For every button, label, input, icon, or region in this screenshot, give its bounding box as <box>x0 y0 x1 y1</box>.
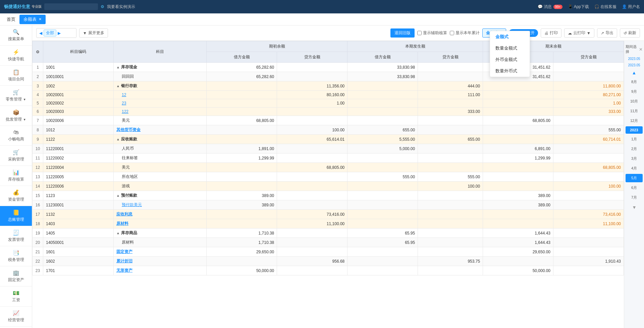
refresh-btn[interactable]: ↺ 刷新 <box>620 28 640 38</box>
row-period-debit: 555.00 <box>347 172 418 182</box>
row-account-name[interactable]: 其他货币资金 <box>113 125 206 135</box>
row-account-code: 11230001 <box>43 200 114 210</box>
period-jul[interactable]: 7月 <box>626 193 643 202</box>
row-opening-debit <box>207 210 277 219</box>
row-account-name[interactable]: 12 <box>113 91 206 99</box>
sidebar-item-expense[interactable]: 🧳 小畅报销 <box>0 327 32 328</box>
row-account-name[interactable]: 原材料 <box>113 219 206 228</box>
sidebar-item-ledger[interactable]: 📒 总账管理 <box>0 206 32 226</box>
period-up-arrow[interactable]: ▲ <box>626 69 643 76</box>
top-bar-search[interactable] <box>44 3 98 10</box>
ytd-checkbox[interactable] <box>450 31 454 35</box>
print-label: 打印 <box>550 30 558 36</box>
row-account-name[interactable]: 无形资产 <box>113 266 206 275</box>
online-service-btn[interactable]: 🎧 在线客服 <box>594 4 616 10</box>
period-sep[interactable]: 9月 <box>626 87 643 96</box>
sidebar-item-search[interactable]: 🔍 搜索菜单 <box>0 25 32 46</box>
sidebar-item-contract[interactable]: 📋 项目合同 <box>0 66 32 86</box>
content-area: ◀ 全部 ▶ ▼ 展开更多 退回旧版 显示辅助核算 显示本年累计 <box>32 25 644 328</box>
sidebar-item-retail[interactable]: 🛒 零售管理 ▼ <box>0 86 32 106</box>
col-period-change: 本期发生额 <box>347 41 483 52</box>
demo-btn[interactable]: 我要看实例演示 <box>107 4 135 10</box>
row-account-code: 10020006 <box>43 116 114 125</box>
period-apr[interactable]: 4月 <box>626 164 643 173</box>
period-feb[interactable]: 2月 <box>626 145 643 153</box>
row-closing-credit <box>553 172 624 182</box>
filter-input[interactable]: ◀ 全部 ▶ <box>36 28 76 38</box>
period-may[interactable]: 5月 <box>626 174 643 182</box>
sidebar-item-payroll[interactable]: 💵 工资 <box>0 286 32 307</box>
close-panel-icon[interactable]: ✕ <box>639 47 643 52</box>
row-num: 5 <box>33 99 43 108</box>
sidebar-item-purchase[interactable]: 🛒 采购管理 <box>0 146 32 166</box>
cloud-print-btn[interactable]: ☁ 云打印 ▼ <box>564 28 594 38</box>
period-aug[interactable]: 8月 <box>626 78 643 86</box>
row-account-name[interactable]: 23 <box>113 99 206 108</box>
row-opening-credit <box>277 172 347 182</box>
row-closing-debit <box>483 125 553 135</box>
row-opening-debit <box>207 91 277 99</box>
tab-balance-sheet[interactable]: 余额表 ✕ <box>19 15 46 24</box>
user-avatar[interactable]: 👤 用户名 <box>622 4 640 10</box>
row-account-name[interactable]: 122 <box>113 108 206 116</box>
row-opening-credit: 11,356.00 <box>277 81 347 91</box>
row-closing-credit <box>553 266 624 275</box>
row-period-debit <box>347 116 418 125</box>
return-old-btn[interactable]: 退回旧版 <box>390 28 415 38</box>
period-mar[interactable]: 3月 <box>626 154 643 163</box>
format-option-foreign-amount[interactable]: 外币金额式 <box>490 54 530 65</box>
row-closing-credit <box>553 63 624 72</box>
sidebar-item-operations[interactable]: 📈 经营管理 <box>0 307 32 327</box>
sidebar-item-wholesale[interactable]: 📦 批发管理 ▼ <box>0 106 32 126</box>
row-closing-debit: 389.00 <box>483 191 553 200</box>
row-closing-credit: 11,800.00 <box>553 81 624 91</box>
export-btn[interactable]: ↗ 导出 <box>597 28 617 38</box>
row-period-debit <box>347 99 418 108</box>
format-option-qty-amount[interactable]: 数量金额式 <box>490 43 530 54</box>
period-down-arrow[interactable]: ▾ <box>626 203 643 211</box>
row-period-debit <box>347 257 418 266</box>
sidebar-item-inventory[interactable]: 📊 库存核算 <box>0 166 32 186</box>
sidebar-item-invoice[interactable]: 🧾 发票管理 <box>0 226 32 246</box>
period-nov[interactable]: 11月 <box>626 107 643 115</box>
row-account-name[interactable]: 应收利息 <box>113 210 206 219</box>
tab-home[interactable]: 首页 <box>3 15 19 24</box>
forward-arrow[interactable]: ▶ <box>58 31 61 36</box>
sidebar-item-assets[interactable]: 🏢 固定资产 <box>0 266 32 286</box>
show-ytd-check[interactable]: 显示本年累计 <box>450 30 480 36</box>
cloud-print-icon: ☁ <box>568 31 572 36</box>
row-account-name[interactable]: 预付款美元 <box>113 200 206 210</box>
sidebar-item-quicknav[interactable]: ⚡ 快捷导航 <box>0 46 32 66</box>
tab-close-icon[interactable]: ✕ <box>39 17 42 21</box>
sidebar-item-finance[interactable]: 💰 资金管理 <box>0 186 32 206</box>
period-jan[interactable]: 1月 <box>626 135 643 143</box>
row-opening-debit <box>207 219 277 228</box>
main-layout: 🔍 搜索菜单 ⚡ 快捷导航 📋 项目合同 🛒 零售管理 ▼ 📦 批发管理 ▼ 🛍… <box>0 25 644 328</box>
message-label: 消息 <box>544 4 552 10</box>
row-period-credit: 953.75 <box>418 257 483 266</box>
row-period-credit <box>418 238 483 247</box>
period-oct[interactable]: 10月 <box>626 97 643 106</box>
format-option-amount[interactable]: 金额式 <box>490 31 530 43</box>
row-opening-debit: 50,000.00 <box>207 266 277 275</box>
period-dec[interactable]: 12月 <box>626 117 643 125</box>
row-account-name[interactable]: 累计折旧 <box>113 257 206 266</box>
user-icon: 👤 <box>622 4 627 9</box>
filter-tag-label: 全部 <box>46 30 54 36</box>
settings-icon[interactable]: ⚙ <box>101 4 104 9</box>
expand-btn[interactable]: ▼ 展开更多 <box>79 28 108 38</box>
print-btn[interactable]: 🖨 打印 <box>541 28 561 38</box>
subsidiary-checkbox[interactable] <box>417 31 422 35</box>
sidebar-item-ecommerce[interactable]: 🛍 小畅电商 <box>0 126 32 146</box>
message-btn[interactable]: 💬 消息 99+ <box>538 4 562 10</box>
sidebar-item-tax[interactable]: 📑 税务管理 <box>0 246 32 266</box>
col-settings[interactable]: ⚙ <box>33 41 43 63</box>
show-subsidiary-check[interactable]: 显示辅助核算 <box>417 30 447 36</box>
row-account-name[interactable]: 固定资产 <box>113 247 206 257</box>
back-arrow[interactable]: ◀ <box>39 31 42 36</box>
period-jun[interactable]: 6月 <box>626 184 643 192</box>
app-download-btn[interactable]: 📱 App下载 <box>568 4 589 10</box>
period-year-2023[interactable]: 2023 <box>626 126 643 134</box>
format-option-qty-foreign[interactable]: 数量外币式 <box>490 65 530 77</box>
sidebar-label-contract: 项目合同 <box>8 77 24 81</box>
